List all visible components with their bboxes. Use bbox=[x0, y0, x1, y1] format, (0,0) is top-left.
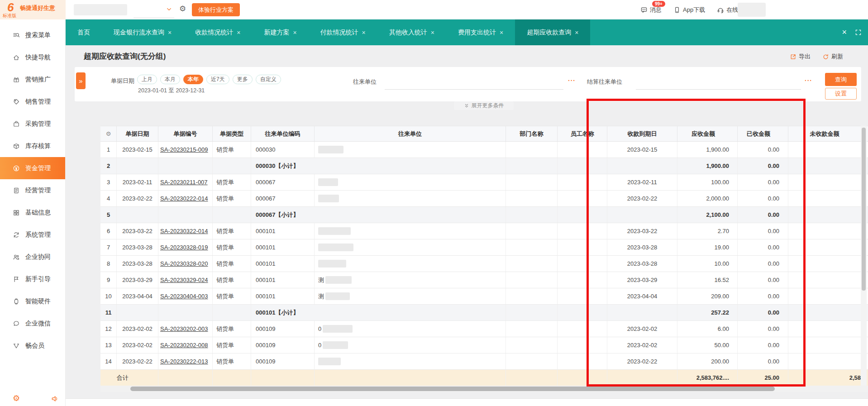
column-header-单据类型[interactable]: 单据类型 bbox=[213, 126, 251, 141]
cell-received: 0.00 bbox=[738, 239, 788, 255]
doc-no-link[interactable]: SA-20230222-014 bbox=[160, 195, 208, 202]
sidebar-item-新手引导[interactable]: 新手引导 bbox=[0, 268, 65, 290]
settle-partner-picker-ellipsis-icon[interactable]: ··· bbox=[805, 77, 812, 84]
sidebar-settings-gear-icon[interactable]: ⚙ bbox=[13, 393, 20, 403]
sidebar-item-经营管理[interactable]: 经营管理 bbox=[0, 179, 65, 201]
tab-close-icon[interactable]: × bbox=[362, 29, 366, 36]
sidebar-collapse-icon[interactable] bbox=[51, 395, 59, 403]
column-header-往来单位编码[interactable]: 往来单位编码 bbox=[251, 126, 315, 141]
tab-close-icon[interactable]: × bbox=[237, 29, 240, 36]
query-button[interactable]: 查询 bbox=[825, 73, 857, 86]
topbar: 6 畅捷通好生意 标准版 ⚙ 体验行业方案 消息 99+ App下载 在线客服 bbox=[0, 0, 868, 19]
doc-no-link[interactable]: SA-20230404-003 bbox=[160, 293, 208, 300]
sidebar-item-资金管理[interactable]: 资金管理 bbox=[0, 157, 65, 179]
date-pill-自定义[interactable]: 自定义 bbox=[256, 75, 281, 84]
sidebar-item-系统管理[interactable]: 系统管理 bbox=[0, 224, 65, 246]
sidebar-item-库存核算[interactable]: 库存核算 bbox=[0, 135, 65, 157]
date-pill-更多[interactable]: 更多 bbox=[233, 75, 253, 84]
refresh-button[interactable]: 刷新 bbox=[822, 53, 843, 61]
settings-button[interactable]: 设置 bbox=[825, 88, 857, 100]
doc-no-link[interactable]: SA-20230211-007 bbox=[160, 179, 208, 186]
settle-partner-input[interactable] bbox=[636, 78, 801, 90]
quick-nav-icon bbox=[13, 54, 20, 61]
tab-收款情况统计[interactable]: 收款情况统计× bbox=[183, 19, 252, 45]
date-pill-本年[interactable]: 本年 bbox=[183, 75, 203, 84]
date-pill-近7天[interactable]: 近7天 bbox=[206, 75, 229, 84]
tab-close-icon[interactable]: × bbox=[168, 29, 172, 36]
app-download-button[interactable]: App下载 bbox=[673, 6, 705, 14]
tab-付款情况统计[interactable]: 付款情况统计× bbox=[309, 19, 377, 45]
doc-no-link[interactable]: SA-20230322-014 bbox=[160, 228, 208, 234]
tab-close-icon[interactable]: × bbox=[293, 29, 296, 36]
cell-employee bbox=[558, 288, 607, 304]
tab-现金银行流水查询[interactable]: 现金银行流水查询× bbox=[102, 19, 183, 45]
row-number: 13 bbox=[100, 337, 117, 353]
tab-close-icon[interactable]: × bbox=[500, 29, 503, 36]
trial-industry-button[interactable]: 体验行业方案 bbox=[192, 3, 240, 16]
export-button[interactable]: 导出 bbox=[790, 53, 811, 61]
column-header-收款到期日[interactable]: 收款到期日 bbox=[607, 126, 677, 141]
column-header-员工名称[interactable]: 员工名称 bbox=[558, 126, 607, 141]
column-header-单据编号[interactable]: 单据编号 bbox=[158, 126, 213, 141]
vertical-scrollbar-thumb[interactable] bbox=[862, 128, 866, 291]
tab-费用支出统计[interactable]: 费用支出统计× bbox=[446, 19, 515, 45]
tab-超期应收款查询[interactable]: 超期应收款查询× bbox=[515, 19, 590, 45]
fullscreen-icon[interactable] bbox=[855, 29, 862, 36]
cell-employee bbox=[558, 223, 607, 239]
tab-首页[interactable]: 首页 bbox=[66, 19, 102, 45]
doc-no-link[interactable]: SA-20230328-019 bbox=[160, 244, 208, 251]
sidebar-item-销售管理[interactable]: 销售管理 bbox=[0, 91, 65, 113]
partner-input[interactable] bbox=[385, 78, 563, 90]
cell-due-date: 2023-02-02 bbox=[607, 321, 677, 337]
doc-no-link[interactable]: SA-20230202-008 bbox=[160, 342, 208, 349]
gear-icon[interactable]: ⚙ bbox=[179, 4, 186, 14]
cell-doc-date bbox=[117, 207, 158, 223]
expand-more-conditions[interactable]: 展开更多条件 bbox=[454, 101, 514, 110]
doc-no-link[interactable]: SA-20230202-003 bbox=[160, 325, 208, 332]
column-header-单据日期[interactable]: 单据日期 bbox=[117, 126, 158, 141]
cell-subtotal-label: 000067【小计】 bbox=[251, 207, 506, 223]
date-pill-本月[interactable]: 本月 bbox=[160, 75, 180, 84]
tab-close-icon[interactable]: × bbox=[575, 29, 578, 36]
sidebar-item-智能硬件[interactable]: 智能硬件 bbox=[0, 290, 65, 312]
partner-picker-ellipsis-icon[interactable]: ··· bbox=[568, 77, 576, 84]
messages-button[interactable]: 消息 99+ bbox=[640, 6, 662, 14]
company-name-redacted[interactable] bbox=[74, 4, 127, 15]
chevron-down-icon[interactable] bbox=[166, 6, 172, 14]
column-header-往来单位[interactable]: 往来单位 bbox=[315, 126, 506, 141]
cell-doc-no: SA-20230211-007 bbox=[158, 174, 213, 190]
sidebar-item-快捷导航[interactable]: 快捷导航 bbox=[0, 46, 65, 68]
sidebar-item-畅会员[interactable]: 畅会员 bbox=[0, 334, 65, 357]
cell-doc-date: 2023-03-28 bbox=[117, 256, 158, 272]
column-settings-gear-icon[interactable]: ⚙ bbox=[106, 130, 111, 137]
horizontal-scrollbar-thumb[interactable] bbox=[130, 387, 775, 391]
tab-close-icon[interactable]: × bbox=[431, 29, 434, 36]
cell-receivable: 50.00 bbox=[677, 337, 738, 353]
tab-label: 收款情况统计 bbox=[195, 29, 233, 37]
date-pill-上月[interactable]: 上月 bbox=[137, 75, 157, 84]
sidebar-item-搜索菜单[interactable]: 搜索菜单 bbox=[0, 24, 65, 46]
doc-no-link[interactable]: SA-20230328-020 bbox=[160, 260, 208, 267]
cell-department bbox=[506, 142, 558, 158]
user-account-redacted[interactable] bbox=[738, 3, 766, 17]
date-range-value[interactable]: 2023-01-01 至 2023-12-31 bbox=[138, 87, 205, 95]
sidebar-item-基础信息[interactable]: 基础信息 bbox=[0, 201, 65, 224]
column-header-应收金额[interactable]: 应收金额 bbox=[677, 126, 738, 141]
sidebar-item-企业微信[interactable]: 企业微信 bbox=[0, 312, 65, 334]
sidebar-item-采购管理[interactable]: 采购管理 bbox=[0, 113, 65, 135]
filter-expander-chevrons-icon[interactable]: » bbox=[76, 72, 86, 89]
sidebar-item-营销推广[interactable]: 营销推广 bbox=[0, 68, 65, 91]
tab-其他收入统计[interactable]: 其他收入统计× bbox=[377, 19, 446, 45]
column-header-已收金额[interactable]: 已收金额 bbox=[738, 126, 788, 141]
column-header-gear[interactable]: ⚙ bbox=[100, 126, 117, 141]
cell-unreceived bbox=[788, 305, 868, 320]
doc-no-link[interactable]: SA-20230329-024 bbox=[160, 277, 208, 283]
column-header-未收款金额[interactable]: 未收款金额 bbox=[788, 126, 868, 141]
column-header-部门名称[interactable]: 部门名称 bbox=[506, 126, 558, 141]
doc-no-link[interactable]: SA-20230222-013 bbox=[160, 358, 208, 365]
doc-no-link[interactable]: SA-20230215-009 bbox=[160, 146, 208, 153]
sidebar-item-企业协同[interactable]: 企业协同 bbox=[0, 246, 65, 268]
close-all-tabs-icon[interactable]: × bbox=[842, 28, 847, 37]
tab-新建方案[interactable]: 新建方案× bbox=[252, 19, 308, 45]
row-number: 4 bbox=[100, 191, 117, 206]
